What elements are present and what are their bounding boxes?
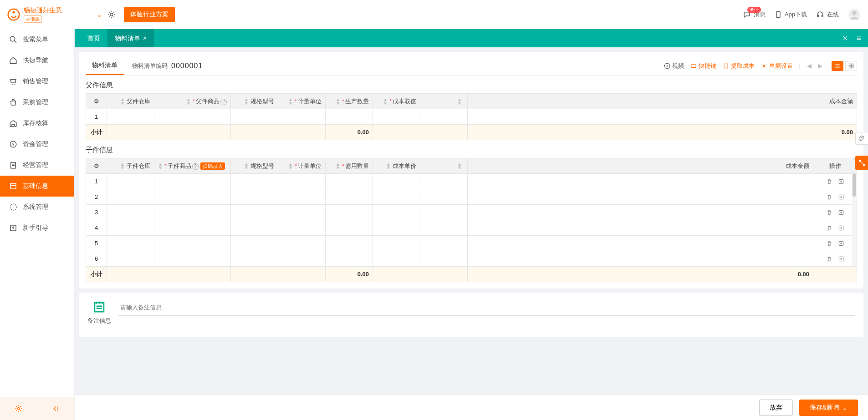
attachment-button[interactable] (855, 132, 868, 145)
cell[interactable] (231, 205, 278, 220)
parent-col-settings[interactable]: ⚙ (86, 94, 107, 109)
card-view-button[interactable] (845, 61, 857, 71)
prev-record-button[interactable]: ◀ (807, 62, 812, 69)
add-row-button[interactable] (838, 194, 844, 200)
tab-home[interactable]: 首页 (80, 29, 107, 47)
shortcut-link[interactable]: 快捷键 (690, 62, 716, 70)
cell[interactable] (468, 189, 813, 205)
save-and-new-button[interactable]: 保存&新增⌄ (799, 400, 858, 416)
scan-input-badge[interactable]: 扫码录入 (200, 162, 225, 170)
cell[interactable] (278, 205, 326, 220)
cell[interactable] (107, 205, 154, 220)
cell[interactable] (107, 236, 154, 251)
close-tab-icon[interactable]: × (143, 29, 147, 47)
tab-menu-button[interactable] (853, 32, 865, 45)
cell[interactable] (231, 189, 278, 205)
help-icon[interactable]: ? (220, 99, 227, 105)
sidebar-item-base[interactable]: 基础信息 (0, 176, 74, 197)
child-col-warehouse[interactable]: ▲▼子件仓库 (107, 158, 154, 174)
cell[interactable] (326, 251, 373, 267)
cell[interactable] (468, 220, 813, 236)
add-row-button[interactable] (838, 225, 844, 231)
cell[interactable] (420, 251, 468, 267)
tab-bom[interactable]: 物料清单× (107, 29, 154, 47)
parent-col-warehouse[interactable]: ▲▼父件仓库 (107, 94, 154, 109)
cell[interactable] (468, 109, 857, 125)
child-row[interactable]: 3 (86, 205, 857, 220)
delete-row-button[interactable] (826, 194, 832, 200)
parent-col-qty[interactable]: ▲▼*生产数量 (326, 94, 373, 109)
parent-col-empty[interactable]: ▲▼ (420, 94, 468, 109)
child-col-cost-price[interactable]: ▲▼成本单价 (373, 158, 420, 174)
parent-row[interactable]: 1 (86, 109, 857, 125)
cell[interactable] (326, 205, 373, 220)
cell[interactable] (326, 220, 373, 236)
help-icon[interactable]: ? (192, 163, 199, 170)
child-col-product[interactable]: ▲▼*子件商品?扫码录入 (154, 158, 231, 174)
video-link[interactable]: 视频 (664, 62, 684, 70)
cell[interactable] (420, 220, 468, 236)
cell[interactable] (468, 236, 813, 251)
cell[interactable] (373, 220, 420, 236)
child-row[interactable]: 4 (86, 220, 857, 236)
parent-col-product[interactable]: ▲▼*父件商品? (154, 94, 231, 109)
cell[interactable] (107, 189, 154, 205)
add-row-button[interactable] (838, 209, 844, 216)
messages-button[interactable]: 99 + 消息 (743, 10, 766, 19)
cell[interactable] (278, 236, 326, 251)
user-avatar[interactable] (848, 8, 861, 21)
cell[interactable] (326, 236, 373, 251)
child-col-spec[interactable]: ▲▼规格型号 (231, 158, 278, 174)
card-tab-bom[interactable]: 物料清单 (86, 57, 124, 75)
cell[interactable] (420, 174, 468, 189)
cell[interactable] (373, 109, 420, 125)
cell[interactable] (373, 174, 420, 189)
cell[interactable] (326, 109, 373, 125)
cell[interactable] (231, 220, 278, 236)
cell[interactable] (278, 220, 326, 236)
cell[interactable] (231, 251, 278, 267)
parent-col-cost-method[interactable]: ▲▼*成本取值 (373, 94, 420, 109)
cell[interactable] (420, 109, 468, 125)
settings-button[interactable] (15, 405, 23, 413)
child-row[interactable]: 5 (86, 236, 857, 251)
child-col-cost-amount[interactable]: 成本金额 (468, 158, 813, 174)
add-row-button[interactable] (838, 256, 844, 262)
sidebar-item-system[interactable]: 系统管理 (0, 197, 74, 218)
delete-row-button[interactable] (826, 178, 832, 185)
cell[interactable] (154, 109, 231, 125)
next-record-button[interactable]: ▶ (818, 62, 822, 69)
cell[interactable] (468, 174, 813, 189)
app-download-button[interactable]: App下载 (775, 10, 807, 19)
company-settings-button[interactable] (107, 10, 116, 19)
child-col-need-qty[interactable]: ▲▼*需用数量 (326, 158, 373, 174)
child-col-empty[interactable]: ▲▼ (420, 158, 468, 174)
cell[interactable] (154, 236, 231, 251)
cell[interactable] (154, 251, 231, 267)
discard-button[interactable]: 放弃 (759, 400, 793, 416)
remark-input[interactable] (118, 299, 855, 316)
cell[interactable] (278, 174, 326, 189)
cell[interactable] (154, 189, 231, 205)
cell[interactable] (278, 109, 326, 125)
cell[interactable] (373, 205, 420, 220)
add-row-button[interactable] (838, 178, 844, 185)
cell[interactable] (468, 205, 813, 220)
collapse-sidebar-button[interactable] (51, 405, 60, 413)
child-col-settings[interactable]: ⚙ (86, 158, 107, 174)
delete-row-button[interactable] (826, 209, 832, 216)
cell[interactable] (278, 189, 326, 205)
cta-button[interactable]: 体验行业方案 (124, 7, 175, 22)
cell[interactable] (231, 236, 278, 251)
cell[interactable] (107, 251, 154, 267)
cell[interactable] (231, 174, 278, 189)
child-row[interactable]: 2 (86, 189, 857, 205)
cell[interactable] (420, 189, 468, 205)
cell[interactable] (107, 109, 154, 125)
sidebar-item-ops[interactable]: 经营管理 (0, 155, 74, 176)
sidebar-item-stock[interactable]: 库存核算 (0, 113, 74, 134)
close-all-button[interactable] (839, 32, 852, 45)
extract-cost-link[interactable]: 提取成本 (723, 62, 755, 70)
cell[interactable] (326, 189, 373, 205)
child-table-scrollbar[interactable] (852, 174, 857, 266)
